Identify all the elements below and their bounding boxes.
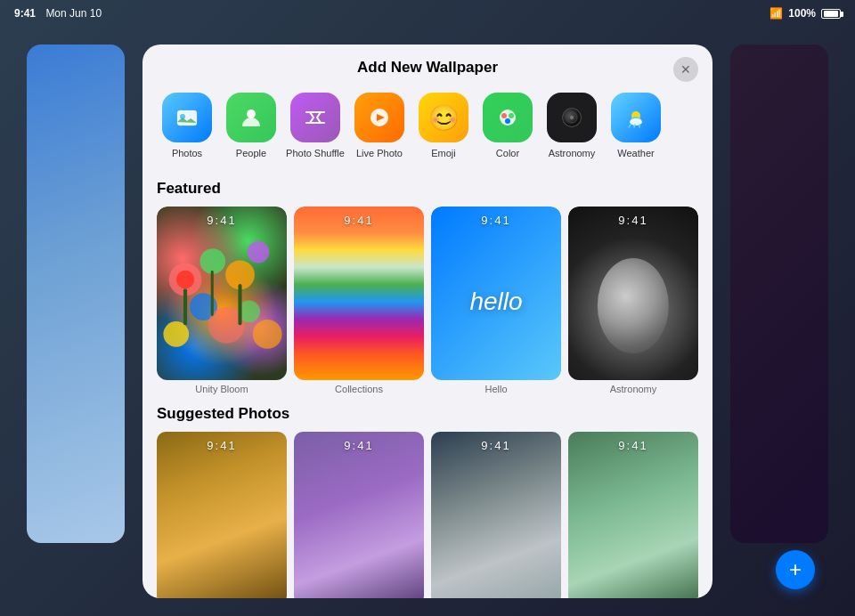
category-color[interactable]: Color (477, 93, 538, 158)
suggested-photos-grid: 9:41 9:41 9:41 9:41 (157, 432, 698, 598)
svg-point-24 (163, 321, 189, 347)
featured-item-hello[interactable]: 9:41 hello Hello (431, 207, 561, 394)
battery-icon (821, 9, 841, 19)
svg-rect-0 (177, 110, 197, 126)
category-livephoto-label: Live Photo (356, 148, 403, 158)
svg-rect-28 (238, 284, 241, 325)
add-wallpaper-modal: Add New Wallpaper ✕ Photos (142, 45, 712, 598)
featured-item-unity-bloom[interactable]: 9:41 (157, 207, 287, 394)
wifi-icon: 📶 (770, 7, 783, 20)
featured-grid: 9:41 (157, 207, 698, 394)
category-photos-label: Photos (172, 148, 202, 158)
hello-time: 9:41 (431, 214, 561, 227)
photos-icon (162, 93, 212, 142)
svg-point-8 (509, 113, 514, 118)
wallpaper-right-inner (730, 45, 828, 543)
shuffle-icon (290, 93, 340, 142)
collections-thumb: 9:41 (294, 207, 424, 380)
color-icon (483, 93, 533, 142)
svg-point-7 (501, 113, 507, 118)
category-astronomy[interactable]: Astronomy (542, 93, 602, 158)
collections-label: Collections (294, 384, 424, 394)
featured-item-collections[interactable]: 9:41 Collections (294, 207, 424, 394)
svg-point-9 (505, 118, 510, 124)
svg-point-18 (200, 248, 225, 274)
moon-graphic (598, 258, 669, 353)
category-people-label: People (236, 148, 266, 158)
modal-title: Add New Wallpaper (357, 59, 498, 77)
suggested-photo-3[interactable]: 9:41 (431, 432, 561, 598)
category-people[interactable]: People (221, 93, 281, 158)
featured-item-astronomy[interactable]: 9:41 Astronomy (568, 207, 698, 394)
photo-1-time: 9:41 (157, 439, 287, 452)
featured-section-title: Featured (157, 180, 698, 198)
modal-content: Featured 9:41 (142, 169, 712, 598)
suggested-photo-2[interactable]: 9:41 (294, 432, 424, 598)
svg-point-25 (253, 320, 282, 349)
status-date: Mon Jun 10 (45, 7, 102, 20)
svg-point-3 (247, 109, 256, 118)
suggested-photo-1[interactable]: 9:41 (157, 432, 287, 598)
emoji-icon: 😊 (419, 93, 468, 142)
svg-point-20 (248, 241, 270, 263)
unity-bloom-thumb: 9:41 (157, 207, 287, 380)
category-photos[interactable]: Photos (157, 93, 217, 158)
category-live-photo[interactable]: Live Photo (349, 93, 410, 158)
modal-header: Add New Wallpaper ✕ (142, 45, 712, 85)
photo-3-time: 9:41 (431, 439, 561, 452)
category-emoji[interactable]: 😊 Emoji (413, 93, 474, 158)
hello-text: hello (469, 288, 522, 316)
category-shuffle-label: Photo Shuffle (286, 148, 345, 158)
category-emoji-label: Emoji (431, 148, 456, 158)
svg-rect-27 (211, 271, 214, 316)
status-time: 9:41 (14, 7, 36, 20)
svg-point-13 (570, 116, 574, 119)
astronomy-label: Astronomy (568, 384, 698, 394)
astronomy-time: 9:41 (568, 214, 698, 227)
category-weather-label: Weather (617, 148, 654, 158)
hello-thumb: 9:41 hello (431, 207, 561, 380)
livephoto-icon (354, 93, 404, 142)
collections-time: 9:41 (294, 214, 424, 227)
hello-label: Hello (431, 384, 561, 394)
weather-icon (611, 93, 661, 142)
svg-rect-26 (183, 288, 187, 325)
battery-indicator: 100% (788, 7, 816, 20)
status-bar: 9:41 Mon Jun 10 📶 100% (14, 7, 841, 20)
astronomy-thumb: 9:41 (568, 207, 698, 380)
add-wallpaper-button[interactable]: + (776, 550, 815, 589)
category-photo-shuffle[interactable]: Photo Shuffle (285, 93, 346, 158)
unity-bloom-label: Unity Bloom (157, 384, 287, 394)
svg-point-15 (630, 118, 642, 126)
wallpaper-preview-left[interactable] (27, 45, 125, 543)
status-time-date: 9:41 Mon Jun 10 (14, 7, 102, 20)
category-astronomy-label: Astronomy (549, 148, 596, 158)
category-color-label: Color (496, 148, 519, 158)
suggested-photo-4[interactable]: 9:41 (568, 432, 698, 598)
people-icon (226, 93, 276, 142)
status-indicators: 📶 100% (770, 7, 841, 20)
wallpaper-preview-right[interactable] (730, 45, 828, 543)
suggested-photos-section-title: Suggested Photos (157, 405, 698, 423)
photo-4-time: 9:41 (568, 439, 698, 452)
category-weather[interactable]: Weather (606, 93, 666, 158)
photo-2-time: 9:41 (294, 439, 424, 452)
modal-close-button[interactable]: ✕ (673, 57, 698, 82)
svg-point-17 (176, 271, 194, 288)
category-row: Photos People Photo Shuffle (142, 85, 712, 169)
astronomy-icon (547, 93, 597, 142)
